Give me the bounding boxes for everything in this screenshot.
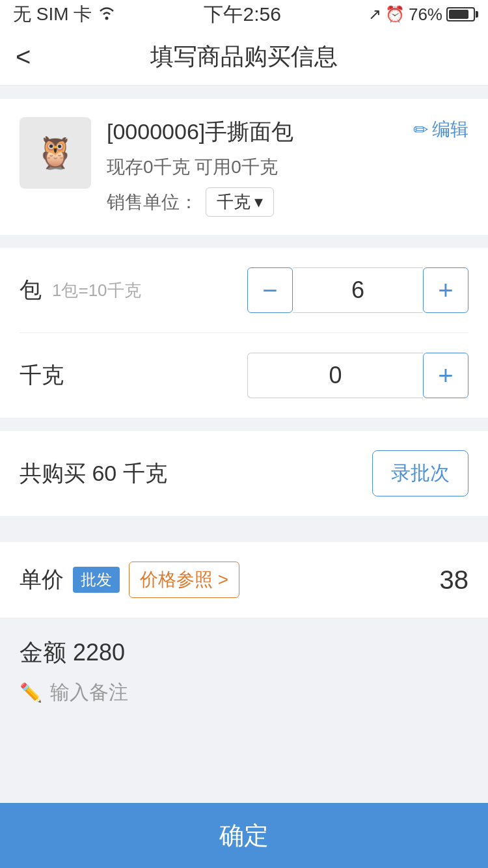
amount-row: 金额 2280	[20, 637, 468, 669]
quantity-input-bao[interactable]	[293, 267, 423, 313]
price-ref-button[interactable]: 价格参照 >	[129, 562, 239, 598]
amount-label: 金额	[20, 639, 66, 666]
plus-button-kg[interactable]: +	[423, 353, 468, 398]
note-placeholder: 输入备注	[50, 679, 128, 706]
price-section: 单价 批发 价格参照 > 38	[0, 542, 488, 617]
total-label: 共购买 60 千克	[20, 459, 167, 489]
location-icon: ↗	[368, 5, 381, 23]
total-batch-section: 共购买 60 千克 录批次	[0, 431, 488, 516]
batch-button[interactable]: 录批次	[372, 450, 468, 496]
section-separator-1	[0, 235, 488, 248]
status-left: 无 SIM 卡	[13, 2, 116, 27]
page-title: 填写商品购买信息	[150, 41, 338, 73]
product-thumbnail: 🦉	[20, 117, 91, 189]
alarm-icon: ⏰	[385, 5, 405, 23]
plus-button-bao[interactable]: +	[423, 267, 468, 313]
quantity-row-bao: 包 1包=10千克 − +	[20, 248, 468, 333]
price-left: 单价 批发 价格参照 >	[20, 562, 239, 598]
wifi-icon	[97, 4, 116, 25]
section-separator-2	[0, 516, 488, 529]
edit-button[interactable]: ✏ 编辑	[413, 117, 468, 142]
battery-percent: 76%	[409, 5, 442, 25]
price-value: 38	[440, 565, 469, 595]
quantity-control-kg: +	[247, 353, 468, 398]
quantity-row-kg: 千克 +	[20, 333, 468, 418]
confirm-button[interactable]: 确定	[0, 803, 488, 868]
quantity-label-bao: 包 1包=10千克	[20, 275, 141, 305]
status-bar: 无 SIM 卡 下午2:56 ↗ ⏰ 76%	[0, 0, 488, 29]
status-right: ↗ ⏰ 76%	[368, 5, 475, 25]
unit-label-text: 销售单位：	[107, 190, 198, 215]
back-button[interactable]: <	[16, 42, 31, 72]
unit-select[interactable]: 千克 ▾	[206, 187, 274, 217]
edit-label: 编辑	[432, 117, 468, 142]
svg-point-0	[105, 17, 109, 20]
amount-section: 金额 2280 ✏️ 输入备注	[0, 617, 488, 726]
unit-dropdown-icon: ▾	[254, 192, 263, 212]
quantity-input-kg[interactable]	[247, 353, 423, 398]
unit-bao: 包	[20, 275, 42, 305]
unit-value: 千克	[217, 191, 251, 213]
quantity-label-kg: 千克	[20, 360, 64, 390]
battery-icon	[446, 7, 475, 21]
edit-icon: ✏	[413, 119, 428, 141]
nav-bar: < 填写商品购买信息	[0, 29, 488, 86]
product-owl-icon: 🦉	[36, 135, 75, 171]
unit-kg: 千克	[20, 360, 64, 390]
price-label: 单价	[20, 565, 64, 595]
quantity-control-bao: − +	[247, 267, 468, 313]
amount-number: 2280	[73, 639, 125, 666]
quantity-section: 包 1包=10千克 − + 千克 +	[0, 248, 488, 418]
minus-button-bao[interactable]: −	[247, 267, 293, 313]
product-unit-row: 销售单位： 千克 ▾	[107, 187, 468, 217]
product-card: 🦉 [0000006]手撕面包 现存0千克 可用0千克 销售单位： 千克 ▾ ✏…	[0, 99, 488, 235]
carrier-label: 无 SIM 卡	[13, 2, 92, 27]
product-stock: 现存0千克 可用0千克	[107, 155, 468, 180]
batch-tag: 批发	[73, 567, 120, 593]
note-row[interactable]: ✏️ 输入备注	[20, 679, 468, 706]
quantity-hint-bao: 1包=10千克	[52, 279, 141, 302]
time-label: 下午2:56	[204, 1, 280, 28]
pencil-icon: ✏️	[20, 682, 42, 703]
